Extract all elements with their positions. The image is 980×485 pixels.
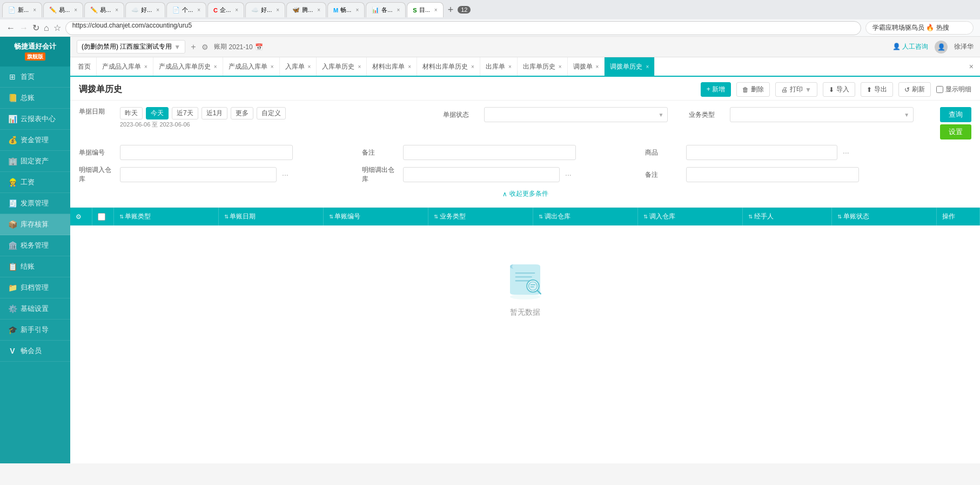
query-button[interactable]: 查询 [940,107,971,122]
browser-tab-6[interactable]: C 企... × [207,2,244,17]
collapse-button[interactable]: ∧ 收起更多条件 [79,187,971,201]
new-button[interactable]: + 新增 [701,82,731,97]
search-box[interactable]: 学霸应聘场驱鸟员 🔥 热搜 [865,21,974,35]
biz-type-select[interactable] [730,107,914,122]
detail-out-input[interactable] [403,167,560,182]
sidebar-item-tax[interactable]: 🏛️ 税务管理 [0,235,70,256]
tab-close-1[interactable]: × [33,7,36,13]
th-status[interactable]: ⇅ 单账状态 [831,208,936,225]
sidebar-item-closing[interactable]: 📋 结账 [0,256,70,277]
th-type[interactable]: ⇅ 单账类型 [113,208,218,225]
detail-in-dots-button[interactable]: ··· [282,170,288,179]
remark2-input[interactable] [686,167,859,182]
browser-tab-2[interactable]: ✏️ 易... × [43,2,83,17]
nav-tab-2-close[interactable]: × [214,64,217,70]
sidebar-item-home[interactable]: ⊞ 首页 [0,67,70,88]
th-biz-type[interactable]: ⇅ 业务类型 [428,208,533,225]
address-bar[interactable]: https://cloud.chanjet.com/accounting/uru… [65,21,861,35]
home-button[interactable]: ⌂ [44,23,49,33]
browser-tab-11[interactable]: S 目... × [407,2,443,17]
th-out-warehouse[interactable]: ⇅ 调出仓库 [533,208,637,225]
th-gear[interactable]: ⚙ [70,208,92,225]
bookmark-button[interactable]: ☆ [53,23,61,33]
refresh-browser-button[interactable]: ↻ [32,23,39,33]
nav-tab-5[interactable]: 入库单历史 × [317,57,367,76]
user-service-link[interactable]: 👤 人工咨询 [892,42,928,51]
export-button[interactable]: ⬆ 导出 [861,82,893,97]
date-btn-today[interactable]: 今天 [146,107,169,119]
browser-tab-7[interactable]: ☁️ 好... × [245,2,285,17]
sidebar-item-funds[interactable]: 💰 资金管理 [0,130,70,151]
tab-close-4[interactable]: × [156,7,159,13]
browser-tab-8[interactable]: 🦋 腾... × [286,2,326,17]
nav-tab-9[interactable]: 出库单历史 × [518,57,568,76]
goods-dots-button[interactable]: ··· [843,148,849,157]
company-settings-button[interactable]: ⚙ [202,43,209,51]
display-toggle[interactable]: 显示明细 [936,85,971,94]
nav-tab-7-close[interactable]: × [471,64,474,70]
date-btn-1month[interactable]: 近1月 [202,107,228,119]
nav-tab-1[interactable]: 产成品入库单 × [97,57,153,76]
refresh-button[interactable]: ↺ 刷新 [898,82,931,97]
select-all-checkbox[interactable] [98,213,105,221]
close-all-button[interactable]: × [965,62,978,71]
th-in-warehouse[interactable]: ⇅ 调入仓库 [637,208,742,225]
nav-tab-3-close[interactable]: × [271,64,274,70]
nav-tab-7[interactable]: 材料出库单历史 × [417,57,480,76]
browser-tab-4[interactable]: ☁️ 好... × [125,2,165,17]
th-date[interactable]: ⇅ 单账日期 [218,208,323,225]
browser-tab-9[interactable]: M 畅... × [327,2,365,17]
browser-tab-1[interactable]: 📄 新... × [2,2,42,17]
nav-tab-8[interactable]: 出库单 × [480,57,518,76]
calendar-icon[interactable]: 📅 [255,43,263,51]
nav-tab-10-close[interactable]: × [596,64,599,70]
nav-tab-1-close[interactable]: × [144,64,147,70]
display-checkbox[interactable] [936,86,943,93]
tab-close-7[interactable]: × [276,7,279,13]
sidebar-item-vip[interactable]: V 畅会员 [0,341,70,362]
th-handler[interactable]: ⇅ 经手人 [742,208,831,225]
nav-tab-3[interactable]: 产成品入库单 × [223,57,280,76]
new-tab-button[interactable]: + [445,4,457,16]
nav-tab-5-close[interactable]: × [358,64,361,70]
sidebar-item-inventory[interactable]: 📦 库存核算 [0,214,70,235]
browser-tab-5[interactable]: 📄 个... × [166,2,206,17]
detail-in-input[interactable] [120,167,277,182]
nav-tab-4[interactable]: 入库单 × [280,57,317,76]
browser-tab-3[interactable]: ✏️ 易... × [84,2,124,17]
sidebar-item-ledger[interactable]: 📒 总账 [0,88,70,109]
tab-close-8[interactable]: × [317,7,320,13]
delete-button[interactable]: 🗑 删除 [736,82,770,97]
sidebar-item-archive[interactable]: 📁 归档管理 [0,277,70,298]
nav-tab-8-close[interactable]: × [508,64,512,70]
date-btn-7days[interactable]: 近7天 [172,107,198,119]
sidebar-item-reports[interactable]: 📊 云报表中心 [0,109,70,130]
tab-close-5[interactable]: × [197,7,200,13]
gear-icon[interactable]: ⚙ [76,213,82,221]
filter-settings-button[interactable]: 设置 [940,124,971,139]
doc-number-input[interactable] [120,145,293,160]
browser-tab-10[interactable]: 📊 各... × [366,2,406,17]
remark-input[interactable] [403,145,576,160]
import-button[interactable]: ⬇ 导入 [823,82,855,97]
tab-close-11[interactable]: × [434,7,438,13]
tab-close-10[interactable]: × [397,7,400,13]
tab-close-6[interactable]: × [235,7,238,13]
th-checkbox[interactable] [92,208,113,225]
sidebar-item-assets[interactable]: 🏢 固定资产 [0,151,70,172]
nav-tab-11[interactable]: 调拨单历史 × [605,57,655,76]
sidebar-item-settings[interactable]: ⚙️ 基础设置 [0,298,70,320]
sidebar-item-guide[interactable]: 🎓 新手引导 [0,320,70,341]
nav-tab-9-close[interactable]: × [559,64,562,70]
forward-button[interactable]: → [19,23,28,33]
th-number[interactable]: ⇅ 单账编号 [323,208,428,225]
goods-input[interactable] [686,145,837,160]
detail-out-dots-button[interactable]: ··· [565,170,572,179]
nav-tab-home[interactable]: 首页 [72,57,97,76]
tab-close-9[interactable]: × [355,7,359,13]
print-button[interactable]: 🖨 打印 ▼ [775,82,817,97]
status-select[interactable] [484,107,668,122]
sidebar-item-invoice[interactable]: 🧾 发票管理 [0,193,70,214]
date-btn-custom[interactable]: 自定义 [257,107,286,119]
add-company-button[interactable]: + [191,42,196,52]
